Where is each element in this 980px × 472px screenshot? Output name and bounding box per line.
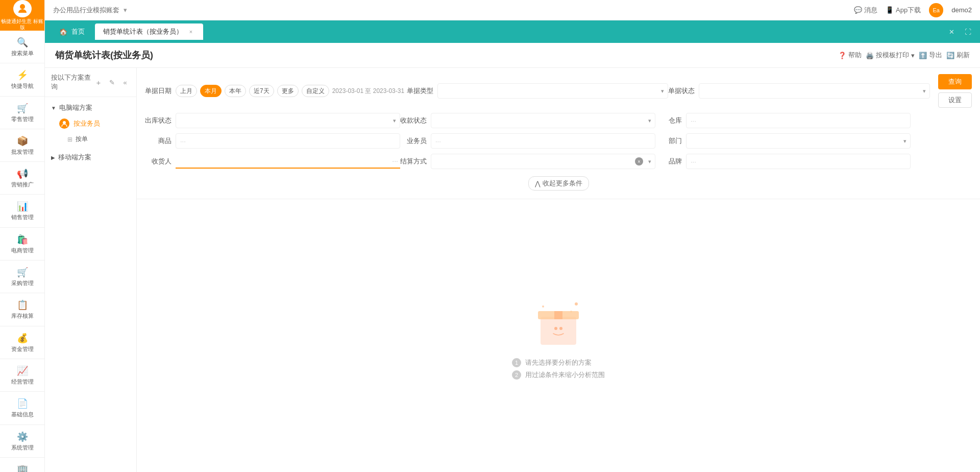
topbar-right: 💬 消息 📱 App下载 Ea demo2 bbox=[854, 3, 972, 17]
brand-select[interactable]: ··· bbox=[686, 154, 911, 169]
date-recent7-button[interactable]: 近7天 bbox=[249, 85, 274, 97]
quicknav-icon: ⚡ bbox=[17, 69, 28, 81]
recipient-input[interactable]: ··· bbox=[176, 154, 400, 169]
settings-button[interactable]: 设置 bbox=[938, 92, 972, 108]
inventory-icon: 📋 bbox=[17, 299, 28, 311]
message-button[interactable]: 💬 消息 bbox=[854, 6, 877, 15]
settlement-select[interactable]: × ▾ bbox=[431, 154, 655, 169]
payment-status-select[interactable]: ▾ bbox=[431, 113, 655, 128]
marketing-icon: 📢 bbox=[17, 168, 28, 179]
sidebar-item-business[interactable]: 📈 经营管理 bbox=[0, 359, 44, 392]
print-chevron-icon: ▾ bbox=[911, 52, 915, 59]
sidebar-item-basic-label: 基础信息 bbox=[11, 411, 34, 418]
app-logo: 畅捷通好生意 标账版 bbox=[0, 0, 45, 31]
help-button[interactable]: ❓ 帮助 bbox=[838, 51, 862, 60]
date-more-button[interactable]: 更多 bbox=[277, 85, 299, 97]
sidebar-item-sales[interactable]: 📊 销售管理 bbox=[0, 195, 44, 227]
edit-scheme-button[interactable]: ✎ bbox=[107, 77, 117, 87]
logo-icon bbox=[13, 0, 32, 17]
sidebar-item-quicknav[interactable]: ⚡ 快捷导航 bbox=[0, 63, 44, 96]
out-status-select[interactable]: ▾ bbox=[176, 113, 400, 128]
tab-active[interactable]: 销货单统计表（按业务员） × bbox=[95, 23, 203, 40]
sidebar-item-wholesale[interactable]: 📦 批发管理 bbox=[0, 129, 44, 162]
system-icon: ⚙️ bbox=[17, 431, 28, 442]
empty-state: 1 请先选择要分析的方案 2 用过滤条件来缩小分析范围 bbox=[137, 199, 980, 472]
sidebar-item-inventory[interactable]: 📋 库存核算 bbox=[0, 293, 44, 326]
query-button[interactable]: 查询 bbox=[938, 74, 972, 89]
sidebar-item-search-label: 搜索菜单 bbox=[11, 50, 34, 57]
empty-step-2-icon: 2 bbox=[512, 370, 521, 380]
warehouse-select[interactable]: ··· bbox=[686, 113, 911, 128]
help-icon: ❓ bbox=[838, 52, 846, 59]
sidebar-item-search[interactable]: 🔍 搜索菜单 bbox=[0, 31, 44, 63]
tab-home[interactable]: 🏠 首页 bbox=[51, 23, 93, 40]
avatar-text: Ea bbox=[933, 7, 940, 13]
date-buttons: 上月 本月 本年 近7天 更多 自定义 2023-03-01 至 2023-03… bbox=[176, 85, 404, 97]
refresh-icon: 🔄 bbox=[946, 52, 954, 59]
sidebar-item-purchase[interactable]: 🛒 采购管理 bbox=[0, 261, 44, 293]
page-header: 销货单统计表(按业务员) ❓ 帮助 🖨️ 按模板打印 ▾ ⬆️ 导出 🔄 刷新 bbox=[45, 43, 980, 68]
left-panel-title: 按以下方案查询 bbox=[51, 73, 93, 91]
sidebar-item-system[interactable]: ⚙️ 系统管理 bbox=[0, 425, 44, 458]
print-button[interactable]: 🖨️ 按模板打印 ▾ bbox=[866, 51, 915, 60]
add-scheme-button[interactable]: + bbox=[93, 77, 104, 87]
product-select[interactable]: ··· bbox=[176, 133, 400, 149]
empty-step-1-icon: 1 bbox=[512, 358, 521, 367]
filter-area: 单据日期 上月 本月 本年 近7天 更多 自定义 2023-03-01 至 20… bbox=[137, 68, 980, 199]
doc-status-control: ▾ bbox=[699, 83, 930, 99]
payment-status-label: 收款状态 bbox=[400, 116, 431, 125]
export-button[interactable]: ⬆️ 导出 bbox=[919, 51, 942, 60]
scheme-sub-item-byorder[interactable]: ⊞ 按单 bbox=[45, 132, 136, 147]
right-panel: 单据日期 上月 本月 本年 近7天 更多 自定义 2023-03-01 至 20… bbox=[137, 68, 980, 472]
tab-close-all-button[interactable]: ✕ bbox=[945, 26, 958, 38]
mobile-scheme-group[interactable]: ▶ 移动端方案 bbox=[45, 150, 136, 165]
collapse-more-button[interactable]: ⋀ 收起更多条件 bbox=[528, 176, 589, 191]
avatar[interactable]: Ea bbox=[929, 3, 943, 17]
message-icon: 💬 bbox=[854, 6, 862, 14]
salesperson-control: ··· bbox=[431, 133, 655, 149]
tab-close-button[interactable]: × bbox=[187, 28, 195, 36]
action-buttons-col: 查询 设置 bbox=[930, 74, 972, 108]
finance-icon: 💰 bbox=[17, 333, 28, 344]
app-download-button[interactable]: 📱 App下载 bbox=[886, 6, 921, 15]
user-name[interactable]: demo2 bbox=[951, 6, 972, 14]
settlement-clear-button[interactable]: × bbox=[635, 157, 643, 166]
company-name: 办公用品行业模拟账套 bbox=[53, 6, 119, 15]
sidebar-item-ecommerce[interactable]: 🛍️ 电商管理 bbox=[0, 228, 44, 261]
scheme-group-desktop: ▼ 电脑端方案 按业务员 ⊞ 按单 bbox=[45, 97, 136, 150]
scheme-salesperson-label: 按业务员 bbox=[74, 119, 100, 128]
collapse-panel-button[interactable]: « bbox=[120, 77, 130, 87]
tab-maximize-button[interactable]: ⛶ bbox=[962, 26, 974, 38]
date-this-year-button[interactable]: 本年 bbox=[225, 85, 246, 97]
desktop-scheme-label: 电脑端方案 bbox=[59, 103, 92, 112]
refresh-button[interactable]: 🔄 刷新 bbox=[946, 51, 970, 60]
doc-status-label: 单据状态 bbox=[668, 86, 699, 96]
recipient-filter-group: 收货人 ··· bbox=[145, 154, 400, 169]
sidebar-item-basic[interactable]: 📄 基础信息 bbox=[0, 392, 44, 424]
brand-control: ··· bbox=[686, 154, 911, 169]
sidebar-item-finance[interactable]: 💰 资金管理 bbox=[0, 326, 44, 359]
date-this-month-button[interactable]: 本月 bbox=[200, 85, 222, 97]
filter-row-3: 商品 ··· 业务员 ··· bbox=[145, 133, 972, 149]
department-select[interactable]: ▾ bbox=[686, 133, 911, 149]
doc-status-select[interactable]: ▾ bbox=[699, 83, 930, 99]
edit-icon: ✎ bbox=[109, 79, 115, 86]
company-dropdown-icon[interactable]: ▾ bbox=[124, 6, 127, 14]
scheme-item-salesperson[interactable]: 按业务员 bbox=[45, 115, 136, 132]
date-custom-button[interactable]: 自定义 bbox=[302, 85, 329, 97]
sidebar-item-marketing[interactable]: 📢 营销推广 bbox=[0, 162, 44, 195]
tabbar-actions: ✕ ⛶ bbox=[945, 26, 974, 38]
sidebar-item-finance-label: 资金管理 bbox=[11, 345, 34, 352]
doc-type-filter-group: 单据类型 ▾ bbox=[407, 83, 669, 99]
doc-type-select[interactable]: ▾ bbox=[437, 83, 669, 99]
search-icon: 🔍 bbox=[17, 37, 28, 48]
desktop-scheme-header[interactable]: ▼ 电脑端方案 bbox=[45, 100, 136, 115]
sidebar-item-enterprise[interactable]: 🏢 企业协同 bbox=[0, 458, 44, 472]
export-icon: ⬆️ bbox=[919, 52, 927, 59]
wholesale-icon: 📦 bbox=[17, 135, 28, 147]
date-prev-month-button[interactable]: 上月 bbox=[176, 85, 197, 97]
ecommerce-icon: 🛍️ bbox=[17, 234, 28, 245]
sidebar-item-retail[interactable]: 🛒 零售管理 bbox=[0, 97, 44, 129]
empty-illustration bbox=[528, 289, 589, 350]
salesperson-select[interactable]: ··· bbox=[431, 133, 655, 149]
